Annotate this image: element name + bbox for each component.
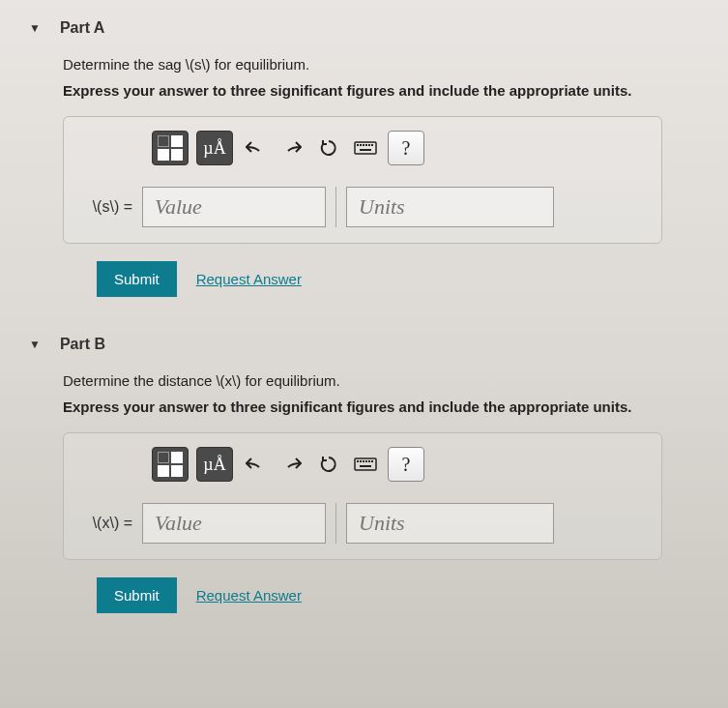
- variable-label: \(x\) =: [79, 515, 132, 532]
- units-input[interactable]: [346, 187, 554, 227]
- part-b-header: ▼ Part B: [29, 336, 689, 353]
- svg-rect-15: [360, 465, 371, 467]
- action-row: Submit Request Answer: [97, 577, 689, 613]
- svg-rect-5: [368, 144, 370, 146]
- keyboard-button[interactable]: [351, 447, 380, 482]
- part-a-title: Part A: [60, 19, 105, 37]
- redo-icon: [282, 140, 302, 156]
- reset-button[interactable]: [314, 131, 343, 165]
- reset-button[interactable]: [314, 447, 343, 482]
- keyboard-icon: [354, 457, 377, 471]
- svg-rect-13: [368, 460, 370, 462]
- mu-a-label: µÅ: [203, 455, 225, 475]
- part-b-title: Part B: [60, 336, 105, 353]
- answer-box: µÅ ? \(x\) =: [63, 432, 662, 560]
- mu-a-label: µÅ: [203, 138, 225, 159]
- question-text: Determine the distance \(x\) for equilib…: [63, 372, 689, 389]
- svg-rect-8: [355, 458, 376, 470]
- fraction-icon: [158, 452, 183, 477]
- svg-rect-3: [363, 144, 364, 146]
- instructions-text: Express your answer to three significant…: [63, 398, 689, 415]
- part-b-body: Determine the distance \(x\) for equilib…: [63, 372, 689, 613]
- part-b: ▼ Part B Determine the distance \(x\) fo…: [29, 336, 689, 613]
- part-a-header: ▼ Part A: [29, 19, 689, 37]
- units-symbol-button[interactable]: µÅ: [196, 447, 233, 482]
- instructions-text: Express your answer to three significant…: [63, 82, 689, 99]
- undo-icon: [246, 457, 265, 472]
- undo-button[interactable]: [241, 131, 270, 165]
- svg-rect-4: [365, 144, 367, 146]
- variable-label: \(s\) =: [79, 198, 132, 216]
- separator: [335, 187, 336, 227]
- units-input[interactable]: [346, 503, 554, 544]
- redo-button[interactable]: [277, 447, 306, 482]
- svg-rect-12: [365, 460, 367, 462]
- undo-icon: [246, 140, 265, 156]
- answer-box: µÅ ? \(s\) =: [63, 116, 662, 244]
- toolbar: µÅ ?: [152, 447, 646, 482]
- svg-rect-9: [357, 460, 359, 462]
- svg-rect-11: [363, 460, 364, 462]
- submit-button[interactable]: Submit: [97, 577, 177, 613]
- collapse-caret-icon[interactable]: ▼: [29, 21, 41, 35]
- value-input[interactable]: [142, 187, 326, 227]
- help-button[interactable]: ?: [388, 447, 424, 482]
- svg-rect-14: [371, 460, 373, 462]
- action-row: Submit Request Answer: [97, 261, 689, 297]
- request-answer-link[interactable]: Request Answer: [196, 587, 302, 604]
- part-a-body: Determine the sag \(s\) for equilibrium.…: [63, 56, 689, 297]
- reset-icon: [320, 456, 337, 473]
- part-a: ▼ Part A Determine the sag \(s\) for equ…: [29, 19, 689, 297]
- svg-rect-7: [360, 149, 371, 151]
- units-symbol-button[interactable]: µÅ: [196, 131, 233, 165]
- separator: [335, 503, 336, 544]
- help-icon: ?: [402, 454, 411, 476]
- undo-button[interactable]: [241, 447, 270, 482]
- reset-icon: [320, 139, 337, 157]
- svg-rect-2: [360, 144, 362, 146]
- submit-button[interactable]: Submit: [97, 261, 177, 297]
- fraction-templates-button[interactable]: [152, 447, 189, 482]
- keyboard-button[interactable]: [351, 131, 380, 165]
- svg-rect-10: [360, 460, 362, 462]
- keyboard-icon: [354, 141, 377, 155]
- value-input[interactable]: [142, 503, 326, 544]
- fraction-templates-button[interactable]: [152, 131, 189, 165]
- redo-icon: [282, 457, 302, 472]
- input-row: \(x\) =: [79, 503, 646, 544]
- input-row: \(s\) =: [79, 187, 646, 227]
- svg-rect-1: [357, 144, 359, 146]
- svg-rect-6: [371, 144, 373, 146]
- svg-rect-0: [355, 142, 376, 154]
- question-text: Determine the sag \(s\) for equilibrium.: [63, 56, 689, 73]
- redo-button[interactable]: [277, 131, 306, 165]
- collapse-caret-icon[interactable]: ▼: [29, 338, 41, 351]
- request-answer-link[interactable]: Request Answer: [196, 271, 302, 287]
- help-button[interactable]: ?: [388, 131, 424, 165]
- toolbar: µÅ ?: [152, 131, 646, 165]
- fraction-icon: [158, 135, 183, 161]
- help-icon: ?: [402, 137, 411, 160]
